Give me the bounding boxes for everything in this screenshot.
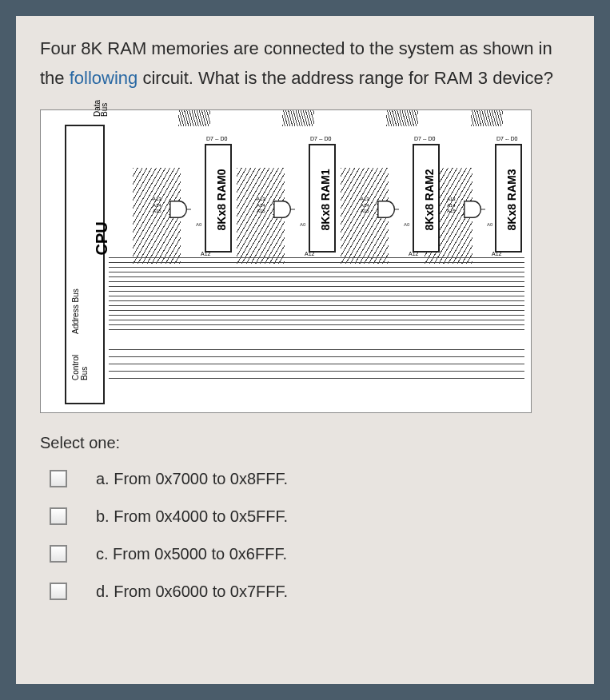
option-b-checkbox[interactable] <box>50 507 67 525</box>
option-d-checkbox[interactable] <box>50 583 67 600</box>
a0-label-3: A0 <box>487 222 492 227</box>
a0-label-0: A0 <box>196 222 201 227</box>
ram0-block: 8Kx8 RAM0 D7 -- D0 <box>205 144 232 253</box>
select-one-label: Select one: <box>40 434 570 452</box>
question-page: Four 8K RAM memories are connected to th… <box>16 16 594 684</box>
a0-label-1: A0 <box>300 222 305 227</box>
cpu-ctrl-bus-label: Control Bus <box>71 355 89 380</box>
question-line2a: the <box>40 68 70 88</box>
a12-label-0: A12 <box>201 251 210 257</box>
gate2-inputs: A13 A14 A15 <box>361 197 369 215</box>
question-line1: Four 8K RAM memories are connected to th… <box>40 38 552 58</box>
question-text: Four 8K RAM memories are connected to th… <box>40 34 570 93</box>
a12-label-1: A12 <box>305 251 314 257</box>
question-line2b: circuit. What is the address range for R… <box>138 68 553 88</box>
data-hatch-2 <box>386 110 418 126</box>
option-c-text: c. From 0x5000 to 0x6FFF. <box>96 545 287 563</box>
ram2-block: 8Kx8 RAM2 D7 -- D0 <box>413 144 440 253</box>
ram3-block: 8Kx8 RAM3 D7 -- D0 <box>495 144 522 253</box>
option-a-text: a. From 0x7000 to 0x8FFF. <box>96 470 288 488</box>
option-c-checkbox[interactable] <box>50 545 67 563</box>
gate1-inputs: A13 A14 A15 <box>257 197 265 215</box>
ram1-label: 8Kx8 RAM1 <box>319 169 332 230</box>
option-a-row[interactable]: a. From 0x7000 to 0x8FFF. <box>40 470 570 488</box>
option-d-row[interactable]: d. From 0x6000 to 0x7FFF. <box>40 583 570 601</box>
circuit-diagram: CPU Data Bus Address Bus Control Bus 8Kx… <box>40 109 532 413</box>
ram0-label: 8Kx8 RAM0 <box>215 169 228 230</box>
decoder-gate-1 <box>273 198 295 221</box>
ram0-d7d0: D7 -- D0 <box>206 136 227 141</box>
option-c-row[interactable]: c. From 0x5000 to 0x6FFF. <box>40 545 570 563</box>
data-hatch-3 <box>471 110 503 126</box>
option-b-text: b. From 0x4000 to 0x5FFF. <box>96 507 288 526</box>
gate3-inputs: A13 A14 A15 <box>447 197 456 215</box>
ram1-block: 8Kx8 RAM1 D7 -- D0 <box>309 144 336 253</box>
ram2-label: 8Kx8 RAM2 <box>423 169 436 230</box>
decoder-gate-0 <box>169 198 191 221</box>
gate0-inputs: A13 A14 A15 <box>153 197 161 215</box>
control-bus-lines <box>109 347 524 379</box>
data-hatch-1 <box>282 110 314 126</box>
cpu-addr-bus-label: Address Bus <box>71 288 80 334</box>
ram3-label: 8Kx8 RAM3 <box>505 169 518 230</box>
option-b-row[interactable]: b. From 0x4000 to 0x5FFF. <box>40 507 570 526</box>
data-hatch-0 <box>178 110 210 126</box>
ram1-d7d0: D7 -- D0 <box>310 136 331 141</box>
cpu-label: CPU <box>93 221 111 255</box>
ram3-d7d0: D7 -- D0 <box>496 136 517 141</box>
following-link[interactable]: following <box>70 68 138 88</box>
address-bus-lines <box>109 254 524 330</box>
a0-label-2: A0 <box>404 222 409 227</box>
cpu-data-bus-label: Data Bus <box>94 100 108 117</box>
decoder-gate-2 <box>377 198 399 221</box>
a12-label-2: A12 <box>409 251 418 257</box>
option-d-text: d. From 0x6000 to 0x7FFF. <box>96 583 288 601</box>
a12-label-3: A12 <box>492 251 501 257</box>
decoder-gate-3 <box>463 198 485 221</box>
ram2-d7d0: D7 -- D0 <box>414 136 435 141</box>
option-a-checkbox[interactable] <box>50 470 67 487</box>
